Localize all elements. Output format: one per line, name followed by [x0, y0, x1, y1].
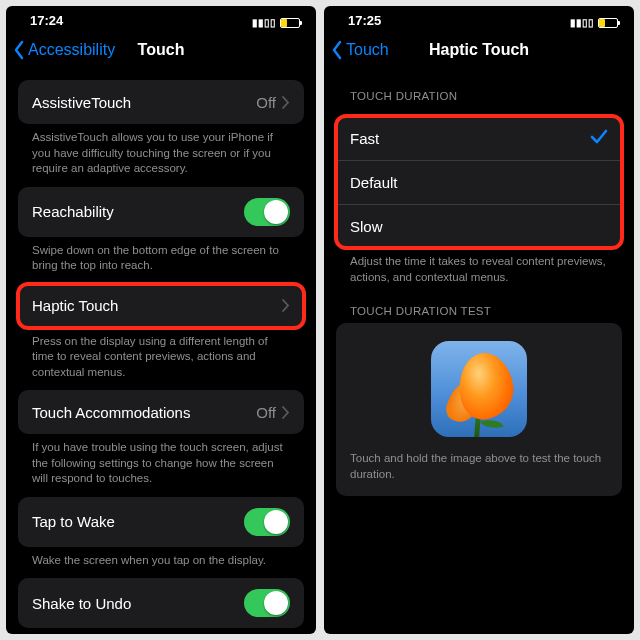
- tap-footer: Wake the screen when you tap on the disp…: [6, 547, 316, 571]
- status-icons: ▮▮▯▯: [570, 17, 618, 28]
- tap-to-wake-row[interactable]: Tap to Wake: [18, 497, 304, 547]
- status-bar: 17:25 ▮▮▯▯: [324, 6, 634, 28]
- page-title: Haptic Touch: [429, 41, 529, 59]
- settings-list[interactable]: TOUCH DURATION Fast Default Slow Adjust …: [324, 72, 634, 634]
- touch-duration-header: TOUCH DURATION: [324, 72, 634, 108]
- status-bar: 17:24 ▮▮▯▯: [6, 6, 316, 28]
- clock: 17:25: [348, 13, 381, 28]
- back-label: Accessibility: [28, 41, 115, 59]
- row-label: Tap to Wake: [32, 513, 244, 530]
- back-button[interactable]: Accessibility: [12, 40, 115, 60]
- test-caption: Touch and hold the image above to test t…: [350, 451, 608, 482]
- back-label: Touch: [346, 41, 389, 59]
- signal-icon: ▮▮▯▯: [252, 17, 276, 28]
- row-label: Touch Accommodations: [32, 404, 256, 421]
- reachability-footer: Swipe down on the bottom edge of the scr…: [6, 237, 316, 276]
- test-image[interactable]: [431, 341, 527, 437]
- option-default[interactable]: Default: [336, 160, 622, 204]
- chevron-right-icon: [282, 406, 290, 419]
- page-title: Touch: [138, 41, 185, 59]
- haptic-touch-screen: 17:25 ▮▮▯▯ Touch Haptic Touch TOUCH DURA…: [324, 6, 634, 634]
- touch-duration-group-highlight: Fast Default Slow: [336, 116, 622, 248]
- signal-icon: ▮▮▯▯: [570, 17, 594, 28]
- battery-icon: [598, 18, 618, 28]
- shake-footer: If you tend to shake your iPhone by acci…: [6, 628, 316, 634]
- touch-duration-test-panel: Touch and hold the image above to test t…: [336, 323, 622, 496]
- assistivetouch-row[interactable]: AssistiveTouch Off: [18, 80, 304, 124]
- assistivetouch-footer: AssistiveTouch allows you to use your iP…: [6, 124, 316, 179]
- touch-accommodations-row[interactable]: Touch Accommodations Off: [18, 390, 304, 434]
- nav-bar: Accessibility Touch: [6, 28, 316, 72]
- reachability-row[interactable]: Reachability: [18, 187, 304, 237]
- haptic-footer: Press on the display using a different l…: [6, 328, 316, 383]
- shake-to-undo-row[interactable]: Shake to Undo: [18, 578, 304, 628]
- touch-duration-test-header: TOUCH DURATION TEST: [324, 287, 634, 323]
- haptic-touch-row-highlight: Haptic Touch: [18, 284, 304, 328]
- option-slow[interactable]: Slow: [336, 204, 622, 248]
- row-label: Default: [350, 174, 608, 191]
- haptic-touch-row[interactable]: Haptic Touch: [18, 284, 304, 328]
- row-detail: Off: [256, 404, 276, 421]
- option-fast[interactable]: Fast: [336, 116, 622, 160]
- battery-icon: [280, 18, 300, 28]
- row-label: Slow: [350, 218, 608, 235]
- row-detail: Off: [256, 94, 276, 111]
- nav-bar: Touch Haptic Touch: [324, 28, 634, 72]
- chevron-right-icon: [282, 299, 290, 312]
- tap-to-wake-toggle[interactable]: [244, 508, 290, 536]
- checkmark-icon: [590, 129, 608, 148]
- duration-footer: Adjust the time it takes to reveal conte…: [324, 248, 634, 287]
- chevron-left-icon: [330, 40, 344, 60]
- back-button[interactable]: Touch: [330, 40, 389, 60]
- clock: 17:24: [30, 13, 63, 28]
- shake-to-undo-toggle[interactable]: [244, 589, 290, 617]
- chevron-right-icon: [282, 96, 290, 109]
- row-label: AssistiveTouch: [32, 94, 256, 111]
- settings-list[interactable]: AssistiveTouch Off AssistiveTouch allows…: [6, 72, 316, 634]
- row-label: Haptic Touch: [32, 297, 282, 314]
- touch-settings-screen: 17:24 ▮▮▯▯ Accessibility Touch Assistive…: [6, 6, 316, 634]
- accom-footer: If you have trouble using the touch scre…: [6, 434, 316, 489]
- chevron-left-icon: [12, 40, 26, 60]
- row-label: Shake to Undo: [32, 595, 244, 612]
- status-icons: ▮▮▯▯: [252, 17, 300, 28]
- row-label: Reachability: [32, 203, 244, 220]
- row-label: Fast: [350, 130, 590, 147]
- reachability-toggle[interactable]: [244, 198, 290, 226]
